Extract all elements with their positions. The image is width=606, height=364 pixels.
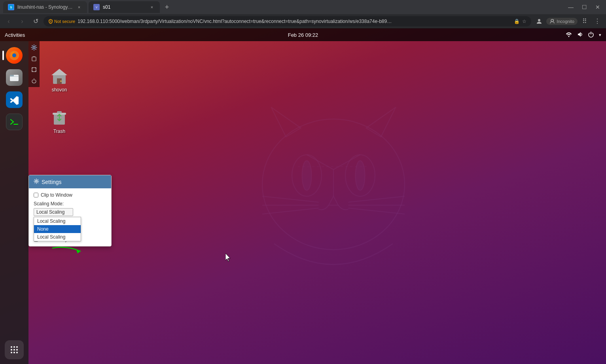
- svg-point-5: [50, 22, 51, 22]
- svg-point-38: [13, 349, 15, 351]
- svg-point-30: [12, 53, 16, 57]
- desktop-icon-trash[interactable]: Trash: [44, 106, 75, 136]
- back-button[interactable]: ‹: [3, 16, 14, 27]
- reload-button[interactable]: ↺: [30, 16, 41, 27]
- dropdown-item-local-scaling[interactable]: Local Scaling: [34, 217, 81, 225]
- desktop-icon-home[interactable]: shovon: [44, 64, 75, 95]
- dock-firefox[interactable]: [5, 46, 24, 65]
- settings-title: Settings: [42, 179, 62, 185]
- star-icon: ☆: [522, 19, 526, 24]
- svg-point-35: [13, 346, 15, 348]
- tab2-close[interactable]: ×: [149, 4, 155, 10]
- scaling-mode-label: Scaling Mode:: [34, 201, 106, 207]
- main-content: Activities Feb 26 09:22 ▾: [0, 28, 606, 364]
- scaling-mode-value: Local Scaling: [36, 209, 64, 215]
- svg-marker-44: [51, 69, 67, 75]
- svg-point-41: [13, 352, 15, 353]
- novnc-power-btn[interactable]: [29, 76, 39, 85]
- gnome-activities[interactable]: Activities: [5, 32, 25, 38]
- green-arrow-indicator: [51, 243, 82, 255]
- clip-to-window-checkbox[interactable]: [34, 193, 38, 197]
- novnc-sidebar: [28, 41, 40, 87]
- extensions-button[interactable]: ⠿: [579, 16, 590, 27]
- novnc-settings-btn[interactable]: [29, 43, 39, 52]
- svg-text:V: V: [96, 6, 98, 9]
- svg-point-46: [61, 81, 62, 82]
- scaling-mode-section: Scaling Mode: Local Scaling Local Scalin…: [34, 201, 106, 216]
- tab-s01[interactable]: V s01 ×: [89, 1, 160, 13]
- power-icon[interactable]: [588, 31, 594, 39]
- cat-silhouette: [215, 78, 452, 315]
- chrome-menu-button[interactable]: ⋮: [592, 16, 603, 27]
- novnc-clipboard-btn[interactable]: [29, 54, 39, 63]
- svg-point-40: [11, 352, 12, 353]
- svg-text:S: S: [10, 6, 12, 9]
- svg-point-14: [302, 161, 311, 190]
- dock-vscode[interactable]: [5, 90, 24, 109]
- svg-line-20: [348, 196, 405, 202]
- network-icon[interactable]: [566, 31, 572, 39]
- window-controls: — ☐ ✕: [566, 2, 603, 12]
- url-text: 192.168.0.110:5000/webman/3rdparty/Virtu…: [78, 19, 394, 24]
- dock-files[interactable]: [5, 68, 24, 87]
- tray-expand-icon[interactable]: ▾: [599, 32, 601, 38]
- svg-marker-16: [329, 196, 338, 205]
- gnome-clock: Feb 26 09:22: [288, 32, 318, 38]
- gnome-system-tray: ▾: [566, 31, 601, 39]
- synology-favicon: S: [8, 4, 14, 10]
- url-bar[interactable]: Not secure 192.168.0.110:5000/webman/3rd…: [44, 16, 531, 27]
- scaling-mode-dropdown: Local Scaling None Local Scaling: [34, 217, 81, 241]
- tab-synology[interactable]: S linuxhint-nas - Synology NAS ×: [3, 1, 87, 13]
- security-badge: Not secure: [48, 19, 75, 24]
- svg-point-51: [33, 47, 35, 49]
- svg-line-17: [262, 196, 319, 202]
- new-tab-button[interactable]: +: [161, 2, 172, 13]
- dropdown-item-none[interactable]: None: [34, 225, 81, 233]
- svg-line-22: [348, 208, 405, 214]
- svg-point-39: [16, 349, 18, 351]
- home-icon-img: [50, 66, 69, 85]
- settings-header: Settings: [29, 175, 111, 188]
- close-window-button[interactable]: ✕: [593, 2, 603, 12]
- svg-point-34: [11, 346, 12, 348]
- svg-point-27: [568, 36, 570, 37]
- address-bar-actions: Incognito ⠿ ⋮: [534, 16, 603, 27]
- settings-popup: Settings Clip to Window Scaling Mode:: [28, 175, 112, 246]
- forward-button[interactable]: ›: [17, 16, 28, 27]
- svg-marker-11: [366, 107, 396, 137]
- volume-icon[interactable]: [577, 31, 583, 39]
- svg-rect-52: [32, 57, 36, 61]
- dock-terminal[interactable]: [5, 112, 24, 131]
- gnome-topbar: Activities Feb 26 09:22 ▾: [0, 28, 606, 41]
- svg-rect-32: [10, 75, 14, 76]
- tab1-label: linuxhint-nas - Synology NAS: [17, 4, 73, 10]
- settings-gear-icon: [34, 178, 39, 185]
- clip-to-window-label[interactable]: Clip to Window: [41, 192, 72, 198]
- incognito-label: Incognito: [557, 19, 574, 24]
- dropdown-item-local-scaling-2[interactable]: Local Scaling: [34, 233, 81, 241]
- gnome-dock: [0, 41, 28, 364]
- vnc-favicon: V: [93, 4, 100, 10]
- minimize-button[interactable]: —: [566, 2, 576, 12]
- incognito-badge: Incognito: [546, 18, 578, 25]
- svg-line-19: [262, 208, 319, 214]
- profile-button[interactable]: [534, 16, 545, 27]
- maximize-button[interactable]: ☐: [579, 2, 589, 12]
- scaling-mode-select[interactable]: Local Scaling: [34, 208, 73, 216]
- svg-point-36: [16, 346, 18, 348]
- dock-apps-button[interactable]: [5, 340, 24, 359]
- svg-rect-49: [57, 111, 62, 113]
- lock-icon: 🔒: [514, 19, 520, 24]
- tab2-label: s01: [103, 4, 110, 10]
- svg-point-42: [16, 352, 18, 353]
- scaling-mode-container: Local Scaling Local Scaling None Local S…: [34, 208, 106, 216]
- home-icon-label: shovon: [52, 87, 67, 93]
- svg-marker-10: [271, 107, 301, 137]
- svg-point-53: [36, 180, 37, 182]
- svg-point-37: [11, 349, 12, 351]
- security-text: Not secure: [54, 19, 75, 24]
- tab1-close[interactable]: ×: [76, 4, 82, 10]
- clip-to-window-row: Clip to Window: [34, 192, 106, 198]
- vnc-desktop[interactable]: Activities Feb 26 09:22 ▾: [0, 28, 606, 364]
- novnc-fullscreen-btn[interactable]: [29, 65, 39, 74]
